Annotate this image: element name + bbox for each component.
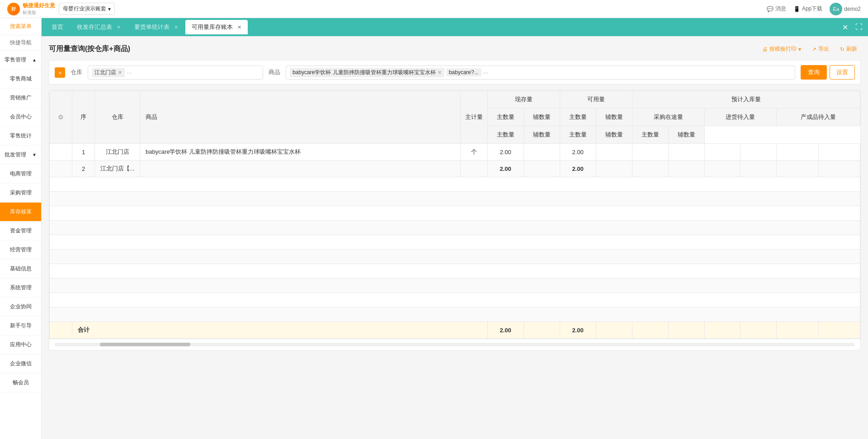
export-btn[interactable]: ↗ 导出 — [808, 43, 833, 55]
total-product-aux — [818, 322, 860, 339]
sidebar-item-enterprise-collab[interactable]: 企业协同 — [0, 297, 41, 316]
filter-more-btn[interactable]: ··· — [483, 69, 488, 76]
mobile-icon: 📱 — [793, 6, 800, 12]
sidebar-item-retail-mall[interactable]: 零售商城 — [0, 70, 41, 89]
close-icon[interactable]: ✕ — [117, 24, 121, 30]
total-label: 合计 — [72, 322, 488, 339]
sidebar-item-label: 会员中心 — [10, 113, 32, 121]
refresh-btn[interactable]: ↻ 刷新 — [836, 43, 861, 55]
total-available-aux — [596, 322, 632, 339]
purchase-main-cell — [632, 160, 668, 177]
current-main-qty-header: 主数量 — [487, 109, 524, 126]
sidebar-quick-nav[interactable]: 快捷导航 — [0, 35, 41, 51]
total-current-main: 2.00 — [487, 322, 524, 339]
product-aux-cell — [818, 144, 860, 160]
empty-row — [50, 250, 860, 264]
purchase-main-header: 主数量 — [487, 126, 524, 144]
page-title: 可用量查询(按仓库+商品) — [49, 44, 130, 54]
sidebar-item-marketing[interactable]: 营销推广 — [0, 89, 41, 108]
tab-label: 要货单统计表 — [134, 23, 170, 31]
remove-tag-icon[interactable]: ✕ — [118, 70, 122, 76]
sidebar-item-retail-stats[interactable]: 零售统计 — [0, 127, 41, 146]
sidebar-item-label: 电商管理 — [10, 170, 32, 178]
filter-area: » 仓库 江北门店 ✕ ··· 商品 babycare学饮杯 儿童防摔防撞吸管杯… — [49, 60, 861, 85]
table-footer — [49, 339, 860, 350]
maximize-btn[interactable]: ⛶ — [854, 21, 864, 33]
sidebar-item-label: 零售统计 — [10, 132, 32, 140]
sidebar-item-app-center[interactable]: 应用中心 — [0, 335, 41, 354]
close-icon[interactable]: ✕ — [237, 24, 241, 30]
table-row: 1 江北门店 babycare学饮杯 儿童防摔防撞吸管杯重力球吸嘴杯宝宝水杯 个… — [50, 144, 860, 160]
filter-more-btn[interactable]: ··· — [127, 69, 132, 76]
sidebar-item-finance-mgmt[interactable]: 资金管理 — [0, 222, 41, 241]
sidebar-item-purchase-mgmt[interactable]: 采购管理 — [0, 184, 41, 203]
available-main-qty-header: 主数量 — [560, 109, 596, 126]
top-bar-right: 💬 消息 📱 App下载 Ea demo2 — [767, 3, 861, 15]
sidebar-item-label: 企业协同 — [10, 303, 32, 311]
org-selector[interactable]: 母婴行业演示账套 ▾ — [59, 3, 115, 15]
sidebar-item-label: 批发管理 — [5, 151, 26, 159]
sidebar-item-label: 系统管理 — [10, 284, 32, 292]
current-aux-cell — [524, 144, 560, 160]
product-main-cell — [777, 160, 818, 177]
empty-row — [50, 192, 860, 206]
available-main-cell: 2.00 — [560, 144, 596, 160]
sidebar-item-enterprise-wechat[interactable]: 企业微信 — [0, 354, 41, 373]
product-cell: babycare学饮杯 儿童防摔防撞吸管杯重力球吸嘴杯宝宝水杯 — [140, 144, 461, 160]
warehouse-cell: 江北门店【... — [95, 160, 140, 177]
settings-btn[interactable]: 设置 — [830, 65, 855, 80]
sidebar-item-wholesale-mgmt[interactable]: 批发管理 ▼ — [0, 146, 41, 165]
sidebar-item-inventory-check[interactable]: 库存核算 — [0, 203, 41, 222]
sidebar-item-ecommerce-mgmt[interactable]: 电商管理 — [0, 165, 41, 184]
message-btn[interactable]: 💬 消息 — [767, 5, 786, 13]
chevron-down-icon: ▾ — [798, 46, 801, 52]
tab-receipt-summary[interactable]: 收发存汇总表 ✕ — [71, 20, 127, 34]
sidebar-item-member-center[interactable]: 会员中心 — [0, 108, 41, 127]
user-profile[interactable]: Ea demo2 — [830, 3, 861, 15]
purchase-main-cell — [632, 144, 668, 160]
remove-tag-icon[interactable]: ✕ — [438, 70, 442, 76]
chevron-down-icon: ▾ — [108, 6, 111, 12]
available-aux-cell — [596, 144, 632, 160]
product-cell — [140, 160, 461, 177]
horizontal-scroll-track[interactable] — [55, 343, 855, 346]
warehouse-col-header: 仓库 — [95, 91, 140, 144]
query-btn[interactable]: 查询 — [801, 65, 827, 80]
template-print-btn[interactable]: 🖨 按模板打印 ▾ — [759, 43, 805, 55]
app-download-btn[interactable]: 📱 App下载 — [793, 5, 822, 13]
product-pending-header: 产成品待入量 — [777, 109, 860, 126]
tab-available-inventory[interactable]: 可用量库存账本 ✕ — [185, 20, 248, 34]
unit-cell — [460, 160, 487, 177]
filter-expand-btn[interactable]: » — [55, 67, 65, 78]
close-icon[interactable]: ✕ — [174, 24, 178, 30]
incoming-aux-cell — [741, 144, 777, 160]
product-tag-2: babycare?... — [446, 68, 481, 76]
sidebar-item-new-guide[interactable]: 新手引导 — [0, 316, 41, 335]
refresh-icon: ↻ — [840, 46, 844, 52]
warehouse-label: 仓库 — [71, 68, 82, 76]
sidebar-item-label: 采购管理 — [10, 189, 32, 197]
total-product-main — [777, 322, 818, 339]
gear-icon[interactable]: ⚙ — [58, 113, 64, 121]
export-icon: ↗ — [812, 46, 816, 52]
gear-col-header[interactable]: ⚙ — [50, 91, 72, 144]
close-all-tabs-btn[interactable]: ✕ — [840, 21, 850, 33]
page-content: 可用量查询(按仓库+商品) 🖨 按模板打印 ▾ ↗ 导出 ↻ 刷新 — [42, 36, 868, 439]
tab-home[interactable]: 首页 — [45, 20, 70, 34]
product-filter-tags[interactable]: babycare学饮杯 儿童防摔防撞吸管杯重力球吸嘴杯宝宝水杯 ✕ babyca… — [286, 66, 795, 80]
sidebar-item-operations-mgmt[interactable]: 经营管理 — [0, 241, 41, 260]
horizontal-scroll-thumb[interactable] — [100, 343, 190, 346]
empty-row — [50, 235, 860, 250]
unit-col-header: 主计量 — [460, 91, 487, 144]
warehouse-filter-tags[interactable]: 江北门店 ✕ ··· — [88, 66, 263, 80]
sidebar-item-basic-info[interactable]: 基础信息 — [0, 260, 41, 279]
sidebar-item-system-mgmt[interactable]: 系统管理 — [0, 279, 41, 297]
product-main-header: 主数量 — [632, 126, 668, 144]
incoming-aux-header: 辅数量 — [596, 126, 632, 144]
sidebar-item-retail-mgmt[interactable]: 零售管理 ▲ — [0, 51, 41, 70]
user-name: demo2 — [844, 6, 861, 12]
sidebar-search[interactable]: 搜索菜单 — [0, 18, 41, 35]
message-label: 消息 — [775, 5, 786, 13]
sidebar-item-vip-member[interactable]: 畅会员 — [0, 373, 41, 392]
tab-order-stats[interactable]: 要货单统计表 ✕ — [128, 20, 184, 34]
